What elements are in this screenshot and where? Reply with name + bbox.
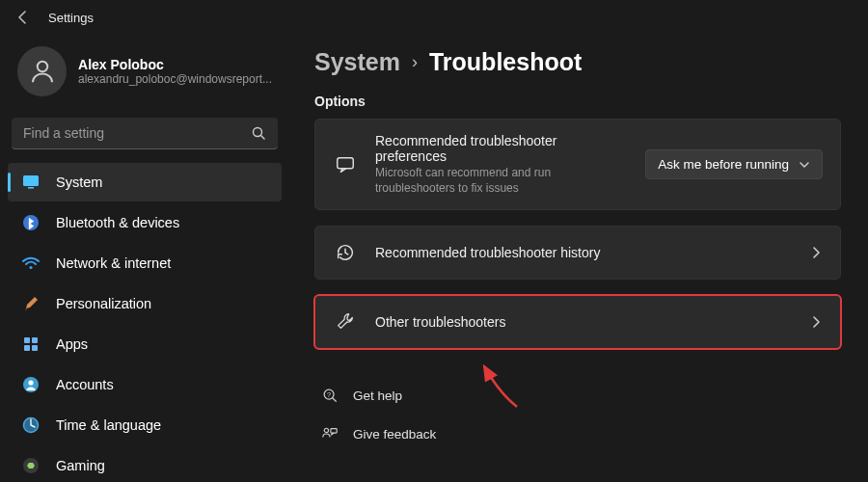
- svg-rect-7: [24, 337, 30, 343]
- profile-name: Alex Poloboc: [78, 57, 272, 72]
- sidebar: Alex Poloboc alexandru_poloboc@windowsre…: [0, 35, 289, 482]
- profile-block[interactable]: Alex Poloboc alexandru_poloboc@windowsre…: [8, 40, 282, 108]
- card-subtitle: Microsoft can recommend and run troubles…: [375, 166, 626, 196]
- help-icon: ?: [320, 386, 339, 405]
- svg-rect-8: [32, 337, 38, 343]
- breadcrumb-current: Troubleshoot: [429, 48, 582, 76]
- dropdown-value: Ask me before running: [658, 157, 789, 172]
- wifi-icon: [21, 254, 41, 273]
- sidebar-item-time-language[interactable]: Time & language: [8, 406, 282, 444]
- svg-rect-4: [28, 187, 34, 189]
- sidebar-item-label: Bluetooth & devices: [56, 215, 179, 230]
- speech-bubble-icon: [333, 152, 358, 177]
- sidebar-item-bluetooth[interactable]: Bluetooth & devices: [8, 203, 282, 242]
- sidebar-item-label: System: [56, 174, 102, 190]
- sidebar-item-network[interactable]: Network & internet: [8, 244, 282, 282]
- svg-rect-10: [32, 345, 38, 351]
- app-title: Settings: [48, 11, 94, 25]
- sidebar-item-apps[interactable]: Apps: [8, 325, 282, 363]
- feedback-icon: [320, 424, 339, 443]
- breadcrumb: System › Troubleshoot: [314, 48, 841, 76]
- sidebar-item-accounts[interactable]: Accounts: [8, 365, 282, 404]
- give-feedback-link[interactable]: Give feedback: [314, 415, 841, 453]
- clock-globe-icon: [21, 415, 41, 435]
- back-icon[interactable]: [14, 8, 33, 27]
- search-input[interactable]: [23, 125, 251, 141]
- sidebar-item-label: Accounts: [56, 377, 114, 392]
- card-title: Other troubleshooters: [375, 314, 792, 330]
- svg-point-0: [37, 62, 47, 72]
- svg-point-12: [28, 380, 33, 385]
- gaming-icon: [21, 456, 41, 475]
- svg-line-2: [261, 136, 265, 140]
- section-label-options: Options: [314, 94, 841, 109]
- sidebar-item-system[interactable]: System: [8, 163, 282, 201]
- svg-line-17: [333, 398, 337, 402]
- card-other-troubleshooters[interactable]: Other troubleshooters: [314, 295, 841, 349]
- sidebar-item-label: Personalization: [56, 296, 151, 311]
- bluetooth-icon: [21, 213, 41, 232]
- profile-email: alexandru_poloboc@windowsreport...: [78, 72, 272, 86]
- main-content: System › Troubleshoot Options Recommende…: [289, 35, 868, 482]
- chevron-right-icon: [809, 315, 823, 329]
- svg-point-19: [324, 428, 328, 432]
- card-title: Recommended troubleshooter preferences: [375, 133, 628, 164]
- search-box[interactable]: [12, 118, 278, 149]
- breadcrumb-parent[interactable]: System: [314, 48, 400, 76]
- link-label: Get help: [353, 388, 402, 403]
- monitor-icon: [21, 173, 41, 192]
- sidebar-item-label: Gaming: [56, 458, 105, 473]
- sidebar-item-personalization[interactable]: Personalization: [8, 284, 282, 323]
- svg-point-6: [29, 266, 32, 269]
- paintbrush-icon: [21, 294, 41, 313]
- get-help-link[interactable]: ? Get help: [314, 376, 841, 415]
- history-icon: [333, 240, 358, 265]
- apps-icon: [21, 335, 41, 354]
- link-label: Give feedback: [353, 427, 436, 442]
- chevron-down-icon: [799, 159, 810, 171]
- nav: System Bluetooth & devices Network & int…: [8, 163, 282, 482]
- chevron-right-icon: [809, 246, 823, 259]
- svg-rect-20: [331, 429, 337, 434]
- search-icon: [251, 125, 266, 141]
- svg-text:?: ?: [327, 390, 331, 399]
- accounts-icon: [21, 375, 41, 394]
- svg-rect-15: [338, 157, 354, 168]
- sidebar-item-label: Apps: [56, 336, 88, 352]
- svg-rect-9: [24, 345, 30, 351]
- chevron-right-icon: ›: [412, 52, 418, 72]
- troubleshooter-preference-dropdown[interactable]: Ask me before running: [645, 149, 823, 179]
- sidebar-item-gaming[interactable]: Gaming: [8, 446, 282, 482]
- card-title: Recommended troubleshooter history: [375, 245, 792, 260]
- sidebar-item-label: Time & language: [56, 417, 161, 433]
- card-troubleshooter-history[interactable]: Recommended troubleshooter history: [314, 226, 841, 280]
- sidebar-item-label: Network & internet: [56, 255, 171, 271]
- wrench-icon: [333, 309, 358, 335]
- svg-rect-3: [23, 175, 39, 186]
- card-recommended-preferences[interactable]: Recommended troubleshooter preferences M…: [314, 119, 841, 210]
- avatar: [17, 46, 67, 96]
